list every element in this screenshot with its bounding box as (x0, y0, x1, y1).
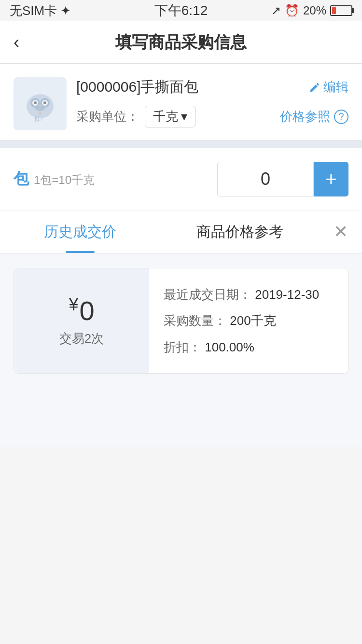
product-unit-row: 采购单位： 千克 ▾ 价格参照 ? (76, 106, 348, 127)
help-icon[interactable]: ? (334, 110, 348, 124)
quantity-unit: 包 (14, 168, 29, 190)
product-info: [0000006]手撕面包 编辑 采购单位： 千克 ▾ 价格参照 ? (76, 77, 348, 127)
product-thumbnail: 鲜+ (14, 77, 67, 130)
owl-logo: 鲜+ (21, 84, 59, 123)
unit-label: 采购单位： (76, 108, 139, 125)
edit-icon (309, 82, 320, 93)
svg-point-5 (34, 101, 37, 104)
recent-date-label: 最近成交日期： (164, 287, 251, 302)
purchase-qty-value: 200千克 (230, 313, 276, 328)
quantity-input[interactable] (217, 162, 314, 196)
product-card: 鲜+ [0000006]手撕面包 编辑 采购单位： 千克 ▾ (0, 64, 362, 140)
dropdown-icon: ▾ (181, 109, 187, 124)
recent-date-value: 2019-12-30 (255, 287, 319, 302)
quantity-conversion: 1包=10千克 (34, 172, 95, 188)
quantity-plus-button[interactable]: + (314, 162, 348, 196)
svg-point-6 (43, 101, 46, 104)
product-header: [0000006]手撕面包 编辑 (76, 77, 348, 97)
discount-label: 折扣： (164, 340, 201, 354)
tab-product-price[interactable]: 商品价格参考 (160, 210, 320, 253)
price-amount: ¥0 (69, 294, 94, 326)
discount-value: 100.00% (205, 340, 254, 354)
purchase-qty-row: 采购数量： 200千克 (164, 312, 334, 329)
price-card: ¥0 交易2次 最近成交日期： 2019-12-30 采购数量： 200千克 折… (14, 268, 348, 374)
tab-active-indicator (66, 251, 95, 253)
purchase-qty-label: 采购数量： (164, 313, 226, 328)
nav-bar: ‹ 填写商品采购信息 (0, 21, 362, 64)
trade-count: 交易2次 (59, 330, 104, 347)
recent-date-row: 最近成交日期： 2019-12-30 (164, 286, 334, 303)
quantity-row: 包 1包=10千克 + (0, 148, 362, 210)
edit-button[interactable]: 编辑 (309, 79, 348, 96)
page-title: 填写商品采购信息 (115, 31, 247, 54)
tab-close-button[interactable]: ✕ (320, 210, 362, 253)
svg-text:鲜+: 鲜+ (34, 116, 43, 123)
status-bar: 无SIM卡 ✦ 下午6:12 ↗ ⏰ 20% (0, 0, 362, 21)
battery-icon (330, 5, 352, 16)
discount-row: 折扣： 100.00% (164, 338, 334, 356)
tab-history-price[interactable]: 历史成交价 (0, 210, 160, 253)
price-reference-btn[interactable]: 价格参照 ? (280, 108, 348, 125)
alarm-icon: ⏰ (285, 4, 299, 17)
location-icon: ↗ (271, 4, 281, 17)
unit-selector[interactable]: 千克 ▾ (145, 106, 195, 127)
svg-point-7 (35, 106, 45, 111)
status-right: ↗ ⏰ 20% (271, 4, 352, 17)
tab-bar: 历史成交价 商品价格参考 ✕ (0, 210, 362, 253)
product-name: [0000006]手撕面包 (76, 77, 198, 97)
back-button[interactable]: ‹ (14, 32, 19, 53)
status-time: 下午6:12 (154, 1, 208, 20)
price-details: 最近成交日期： 2019-12-30 采购数量： 200千克 折扣： 100.0… (149, 268, 348, 373)
content-area: ¥0 交易2次 最近成交日期： 2019-12-30 采购数量： 200千克 折… (0, 253, 362, 447)
section-divider (0, 140, 362, 148)
battery-percent: 20% (303, 4, 326, 17)
price-summary: ¥0 交易2次 (14, 268, 149, 373)
quantity-input-wrap: + (217, 162, 348, 196)
network-status: 无SIM卡 ✦ (10, 2, 71, 19)
quantity-label: 包 1包=10千克 (14, 168, 95, 190)
